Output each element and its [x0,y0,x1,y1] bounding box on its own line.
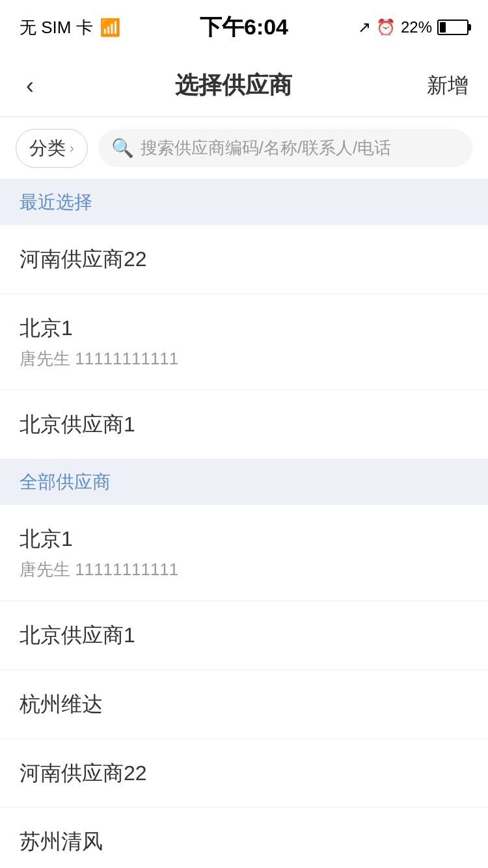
category-button[interactable]: 分类 › [16,129,88,168]
status-time: 下午6:04 [200,12,288,42]
list-item[interactable]: 河南供应商22 [0,739,488,808]
supplier-sub: 唐先生 11111111111 [20,347,468,370]
category-label: 分类 [29,136,66,161]
list-item[interactable]: 苏州清风 [0,807,488,868]
list-item[interactable]: 北京1唐先生 11111111111 [0,294,488,390]
supplier-name: 苏州清风 [20,827,468,856]
search-placeholder: 搜索供应商编码/名称/联系人/电话 [141,137,392,159]
list-item[interactable]: 北京供应商1 [0,601,488,670]
supplier-name: 河南供应商22 [20,759,468,788]
list-item[interactable]: 北京1唐先生 11111111111 [0,505,488,601]
supplier-name: 北京供应商1 [20,410,468,439]
supplier-name: 北京1 [20,524,468,554]
nav-bar: ‹ 选择供应商 新增 [0,55,488,117]
nav-title: 选择供应商 [175,70,292,102]
wifi-icon: 📶 [100,18,120,38]
section-header-all: 全部供应商 [0,459,488,505]
chevron-right-icon: › [70,141,74,156]
status-right: ↗ ⏰ 22% [358,18,468,36]
supplier-sub: 唐先生 11111111111 [20,558,468,581]
supplier-name: 北京供应商1 [20,621,468,650]
no-sim-text: 无 SIM 卡 [20,16,93,39]
supplier-name: 杭州维达 [20,690,468,719]
supplier-name: 河南供应商22 [20,245,468,274]
list-item[interactable]: 河南供应商22 [0,225,488,294]
new-action-button[interactable]: 新增 [427,72,468,100]
list-item[interactable]: 杭州维达 [0,670,488,739]
filter-bar: 分类 › 🔍 搜索供应商编码/名称/联系人/电话 [0,117,488,180]
supplier-list: 最近选择河南供应商22北京1唐先生 11111111111北京供应商1全部供应商… [0,180,488,868]
battery-percent: 22% [401,18,432,36]
battery-icon [437,20,468,35]
status-bar: 无 SIM 卡 📶 下午6:04 ↗ ⏰ 22% [0,0,488,55]
section-header-recent: 最近选择 [0,180,488,225]
supplier-name: 北京1 [20,314,468,343]
alarm-icon: ⏰ [376,18,396,36]
search-icon: 🔍 [111,137,134,159]
search-box[interactable]: 🔍 搜索供应商编码/名称/联系人/电话 [98,129,472,167]
back-button[interactable]: ‹ [20,66,40,106]
status-left: 无 SIM 卡 📶 [20,16,120,39]
list-item[interactable]: 北京供应商1 [0,390,488,459]
location-icon: ↗ [358,18,371,36]
